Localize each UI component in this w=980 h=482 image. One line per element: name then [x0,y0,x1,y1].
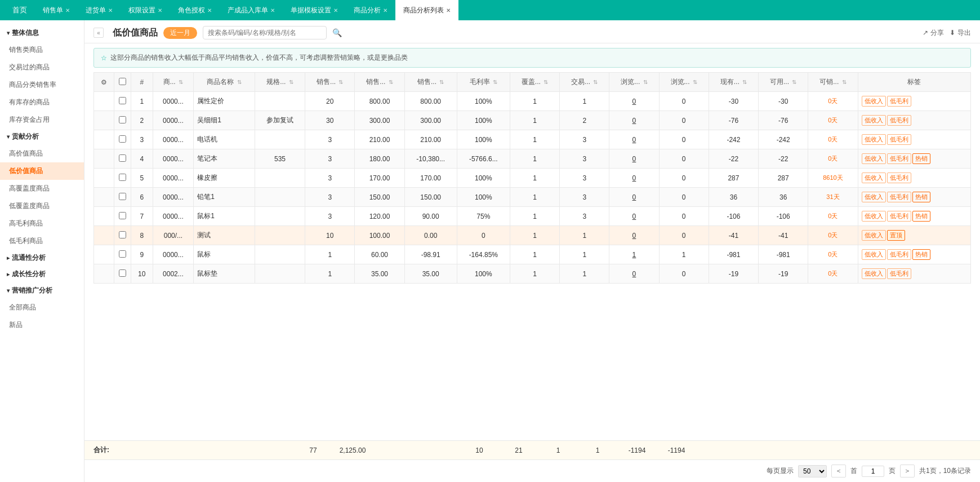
row-checkbox[interactable] [119,97,126,104]
nav-sales-close[interactable]: ✕ [65,7,70,14]
nav-template[interactable]: 单据模板设置 ✕ [283,0,346,20]
sidebar-item-low-value[interactable]: 低价值商品 [0,162,84,180]
row-checkbox-cell[interactable] [114,226,131,245]
filter-recent-month-btn[interactable]: 近一月 [163,27,197,39]
row-checkbox-cell[interactable] [114,111,131,130]
current-col-header[interactable]: 现有... ⇅ [709,73,758,92]
row-checkbox[interactable] [119,174,126,181]
sales-amt2-col-header[interactable]: 销售... ⇅ [404,73,457,92]
nav-permission-close[interactable]: ✕ [158,7,162,14]
saleable-col-header[interactable]: 可销... ⇅ [808,73,858,92]
row-browse1[interactable]: 0 [609,226,659,245]
nav-template-close[interactable]: ✕ [333,7,338,14]
spec-col-header[interactable]: 规格... ⇅ [255,73,305,92]
sidebar-item-new-goods[interactable]: 新品 [0,316,84,334]
sidebar-item-low-coverage[interactable]: 低覆盖度商品 [0,197,84,215]
row-browse1[interactable]: 0 [609,188,659,207]
sidebar-item-high-value[interactable]: 高价值商品 [0,145,84,162]
first-page-btn[interactable]: ＜ [831,465,846,477]
sidebar-group-contribution[interactable]: ▾ 贡献分析 [0,129,84,145]
sidebar-item-traded-goods[interactable]: 交易过的商品 [0,59,84,76]
row-settings-icon[interactable] [94,92,114,111]
sales-amt-col-header[interactable]: 销售... ⇅ [355,73,404,92]
row-browse1[interactable]: 0 [609,130,659,149]
nav-goods-analysis[interactable]: 商品分析 ✕ [346,0,395,20]
sidebar-group-growth[interactable]: ▸ 成长性分析 [0,266,84,282]
row-browse1[interactable]: 1 [609,245,659,264]
row-checkbox[interactable] [119,250,126,258]
export-btn[interactable]: ⬇ 导出 [950,28,971,38]
sidebar-item-all-goods[interactable]: 全部商品 [0,299,84,316]
settings-col-header[interactable]: ⚙ [94,73,114,92]
row-browse1[interactable]: 0 [609,264,659,284]
search-input[interactable] [203,26,327,39]
nav-role[interactable]: 角色授权 ✕ [170,0,220,20]
row-settings-icon[interactable] [94,245,114,264]
nav-product-in-close[interactable]: ✕ [270,7,275,14]
per-page-select[interactable]: 50 100 200 [798,465,827,477]
row-browse1[interactable]: 0 [609,92,659,111]
row-browse1[interactable]: 0 [609,207,659,226]
sidebar-group-marketing[interactable]: ▾ 营销推广分析 [0,282,84,299]
nav-home[interactable]: 首页 [5,0,35,20]
nav-goods-analysis-close[interactable]: ✕ [383,7,387,14]
row-checkbox-cell[interactable] [114,207,131,226]
sidebar-item-stock-goods[interactable]: 有库存的商品 [0,94,84,111]
trade-col-header[interactable]: 交易... ⇅ [560,73,609,92]
sidebar-group-overall[interactable]: ▾ 整体信息 [0,25,84,41]
checkbox-col-header[interactable] [114,73,131,92]
page-input[interactable] [862,466,884,477]
select-all-checkbox[interactable] [119,78,126,85]
row-settings-icon[interactable] [94,188,114,207]
row-checkbox-cell[interactable] [114,169,131,188]
next-page-btn[interactable]: ＞ [900,465,915,477]
row-settings-icon[interactable] [94,264,114,284]
name-col-header[interactable]: 商品名称 ⇅ [194,73,255,92]
row-checkbox[interactable] [119,135,126,143]
row-browse1[interactable]: 0 [609,149,659,169]
row-checkbox-cell[interactable] [114,92,131,111]
sidebar-item-high-margin[interactable]: 高毛利商品 [0,215,84,232]
row-checkbox-cell[interactable] [114,245,131,264]
row-browse1[interactable]: 0 [609,111,659,130]
table-container[interactable]: ⚙ # 商... ⇅ 商品名称 ⇅ 规格... ⇅ 销售... ⇅ 销售... … [84,72,980,440]
row-checkbox-cell[interactable] [114,149,131,169]
row-settings-icon[interactable] [94,149,114,169]
collapse-sidebar-btn[interactable]: « [93,28,104,38]
row-checkbox-cell[interactable] [114,188,131,207]
sidebar-item-low-margin[interactable]: 低毛利商品 [0,232,84,250]
row-checkbox[interactable] [119,116,126,123]
row-checkbox[interactable] [119,212,126,219]
nav-permission[interactable]: 权限设置 ✕ [121,0,170,20]
sales-qty-col-header[interactable]: 销售... ⇅ [305,73,355,92]
gross-rate-col-header[interactable]: 毛利率 ⇅ [457,73,510,92]
code-col-header[interactable]: 商... ⇅ [153,73,194,92]
nav-goods-list[interactable]: 商品分析列表 ✕ [395,0,458,20]
sidebar-item-stock-fund[interactable]: 库存资金占用 [0,111,84,129]
nav-role-close[interactable]: ✕ [207,7,212,14]
row-checkbox[interactable] [119,154,126,162]
sidebar-group-liquidity[interactable]: ▸ 流通性分析 [0,250,84,266]
row-settings-icon[interactable] [94,226,114,245]
search-icon[interactable]: 🔍 [332,28,342,37]
row-checkbox[interactable] [119,193,126,200]
row-checkbox-cell[interactable] [114,130,131,149]
browse2-col-header[interactable]: 浏览... ⇅ [659,73,709,92]
row-settings-icon[interactable] [94,111,114,130]
row-settings-icon[interactable] [94,130,114,149]
sidebar-item-sales-goods[interactable]: 销售类商品 [0,41,84,59]
nav-goods-list-close[interactable]: ✕ [446,7,451,14]
row-settings-icon[interactable] [94,169,114,188]
row-settings-icon[interactable] [94,207,114,226]
nav-purchase-close[interactable]: ✕ [108,7,113,14]
sidebar-item-high-coverage[interactable]: 高覆盖度商品 [0,180,84,197]
row-checkbox-cell[interactable] [114,264,131,284]
available-col-header[interactable]: 可用... ⇅ [759,73,808,92]
browse1-col-header[interactable]: 浏览... ⇅ [609,73,659,92]
nav-product-in[interactable]: 产成品入库单 ✕ [220,0,283,20]
share-btn[interactable]: ↗ 分享 [923,28,944,38]
row-browse1[interactable]: 0 [609,169,659,188]
row-checkbox[interactable] [119,231,126,238]
sidebar-item-category-sales[interactable]: 商品分类销售率 [0,76,84,94]
row-checkbox[interactable] [119,269,126,277]
